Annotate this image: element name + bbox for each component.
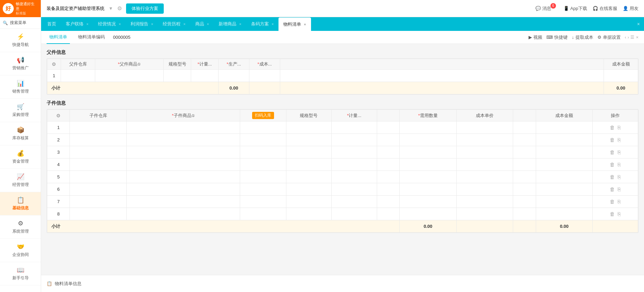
sidebar-item-marketing[interactable]: 📢 营销推广 — [0, 52, 41, 75]
shortcut-action[interactable]: ⌨ 快捷键 — [546, 34, 568, 40]
delete-icon-4[interactable]: 🗑 — [610, 162, 615, 167]
sidebar-item-quicknav[interactable]: ⚡ 快捷导航 — [0, 29, 41, 52]
child-row-1-unit[interactable] — [332, 121, 377, 134]
parent-row-1-spec[interactable] — [164, 70, 191, 82]
tab-barcode-close[interactable]: × — [272, 22, 274, 26]
tab-profit[interactable]: 利润报告 × — [126, 17, 158, 31]
child-row-6: 6 🗑 ⎘ — [47, 183, 638, 196]
tab-customer-close[interactable]: × — [86, 22, 88, 26]
copy-icon-8[interactable]: ⎘ — [618, 211, 621, 217]
copy-icon-2[interactable]: ⎘ — [618, 137, 621, 143]
child-th-product: *子件商品① — [126, 110, 240, 121]
child-th-unitcost: 成本单价 — [456, 110, 513, 121]
tab-operation-close[interactable]: × — [119, 22, 121, 26]
menu-icon[interactable]: ☰ — [630, 35, 634, 40]
online-service-action[interactable]: 🎧 在线客服 — [593, 5, 617, 12]
parent-row-1-unit[interactable] — [191, 70, 219, 82]
tab-barcode[interactable]: 条码方案 × — [246, 17, 278, 31]
child-row-1-spec[interactable] — [286, 121, 332, 134]
tab-history-close[interactable]: × — [183, 22, 185, 26]
tab-bom-close[interactable]: × — [304, 22, 306, 26]
delete-icon-6[interactable]: 🗑 — [610, 186, 615, 192]
sub-header: 物料清单 物料清单编码 0000005 ▶ 视频 ⌨ 快捷键 ↓ 提取成本 ⚙ … — [41, 31, 644, 44]
trial-button[interactable]: 体验行业方案 — [126, 3, 164, 14]
delete-icon-5[interactable]: 🗑 — [610, 174, 615, 180]
sidebar-item-collab[interactable]: 🤝 企业协同 — [0, 239, 41, 262]
copy-icon-4[interactable]: ⎘ — [618, 162, 621, 167]
tab-newgoods-close[interactable]: × — [239, 22, 241, 26]
parent-row-1-production[interactable] — [219, 70, 249, 82]
tab-profit-close[interactable]: × — [151, 22, 153, 26]
child-th-unit: *计量... — [332, 110, 377, 121]
child-th-spec: 规格型号 — [286, 110, 332, 121]
tab-customer[interactable]: 客户联络 × — [61, 17, 93, 31]
parent-th-product: *父件商品① — [95, 59, 164, 70]
nav-close-all[interactable]: × — [634, 21, 643, 27]
child-th-gear[interactable]: ⚙ — [47, 110, 70, 121]
child-subtotal-qty: 0.00 — [400, 220, 457, 233]
copy-icon-1[interactable]: ⎘ — [618, 125, 621, 130]
sidebar-item-basic[interactable]: 📋 基础信息 — [0, 192, 41, 215]
tab-home[interactable]: 首页 — [42, 17, 61, 31]
doc-settings-action[interactable]: ⚙ 单据设置 — [597, 34, 621, 40]
prev-icon[interactable]: ‹ — [625, 35, 626, 40]
child-row-1-product[interactable] — [126, 121, 240, 134]
video-action[interactable]: ▶ 视频 — [529, 34, 542, 40]
extract-cost-action[interactable]: ↓ 提取成本 — [572, 34, 593, 40]
child-gear-icon[interactable]: ⚙ — [56, 113, 61, 118]
copy-icon-3[interactable]: ⎘ — [618, 149, 621, 155]
copy-icon-6[interactable]: ⎘ — [618, 186, 621, 192]
message-action[interactable]: 💬 消息 6 — [535, 5, 558, 12]
sidebar-item-newguide[interactable]: 📖 新手引导 — [0, 262, 41, 285]
parent-row-1-product[interactable] — [95, 70, 164, 82]
app-download-action[interactable]: 📱 App下载 — [564, 5, 587, 12]
parent-row-1-cost[interactable] — [249, 70, 280, 82]
child-row-1-need[interactable] — [400, 121, 457, 134]
video-label: 视频 — [533, 34, 542, 40]
parent-subtotal-row: 小计 0.00 0.00 — [47, 82, 638, 94]
delete-icon-1[interactable]: 🗑 — [610, 125, 615, 130]
tab-profit-label: 利润报告 — [131, 21, 148, 27]
tab-operation[interactable]: 经营情况 × — [93, 17, 125, 31]
sidebar-item-purchase[interactable]: 🛒 采购管理 — [0, 99, 41, 122]
settings-icon[interactable]: ⚙ — [117, 5, 122, 12]
user-label: 用友 — [630, 5, 639, 12]
copy-icon-7[interactable]: ⎘ — [618, 199, 621, 205]
child-row-1-unitcost[interactable] — [456, 121, 513, 134]
video-icon: ▶ — [529, 35, 532, 40]
sidebar-item-sales[interactable]: 📊 销售管理 — [0, 75, 41, 99]
scan-button[interactable]: 扫码入库 — [252, 112, 274, 119]
delete-icon-3[interactable]: 🗑 — [610, 149, 615, 155]
shortcut-icon: ⌨ — [546, 35, 553, 40]
parent-th-gear[interactable]: ⚙ — [47, 59, 61, 70]
tab-bom[interactable]: 物料清单 × — [278, 17, 311, 31]
parent-row-1-warehouse[interactable] — [61, 70, 95, 82]
bom-code-field: 0000005 — [113, 35, 131, 40]
close-icon[interactable]: × — [636, 35, 639, 40]
parent-th-production: *生产... — [219, 59, 249, 70]
gear-icon[interactable]: ⚙ — [52, 61, 56, 67]
tab-newgoods[interactable]: 新增商品 × — [214, 17, 246, 31]
subtab-bom-code[interactable]: 物料清单编码 — [75, 31, 108, 44]
sidebar-item-finance[interactable]: 💰 资金管理 — [0, 145, 41, 169]
delete-icon-7[interactable]: 🗑 — [610, 199, 615, 205]
sidebar-item-operation[interactable]: 📈 经营管理 — [0, 169, 41, 192]
sidebar-item-inventory[interactable]: 📦 库存核算 — [0, 122, 41, 145]
delete-icon-8[interactable]: 🗑 — [610, 211, 615, 217]
next-icon[interactable]: › — [628, 35, 629, 40]
child-row-1-warehouse[interactable] — [70, 121, 127, 134]
child-subtotal-amount: 0.00 — [536, 220, 593, 233]
child-table: ⚙ 子件仓库 *子件商品① 扫码入库 规格型号 *计量... *需用数量 成本单… — [47, 109, 638, 233]
subtab-bom-list[interactable]: 物料清单 — [47, 31, 70, 44]
sidebar-search[interactable]: 🔍 搜索菜单 — [0, 17, 41, 29]
child-th-action: 操作 — [593, 110, 638, 121]
dropdown-icon[interactable]: ▼ — [109, 6, 113, 11]
sidebar-item-system[interactable]: ⚙ 系统管理 — [0, 215, 41, 239]
tab-history[interactable]: 经营历程 × — [158, 17, 190, 31]
delete-icon-2[interactable]: 🗑 — [610, 137, 615, 143]
tab-goods-close[interactable]: × — [207, 22, 209, 26]
tab-goods[interactable]: 商品 × — [190, 17, 214, 31]
copy-icon-5[interactable]: ⎘ — [618, 174, 621, 180]
user-action[interactable]: 👤 用友 — [623, 5, 639, 12]
child-row-1-num: 1 — [47, 121, 70, 134]
